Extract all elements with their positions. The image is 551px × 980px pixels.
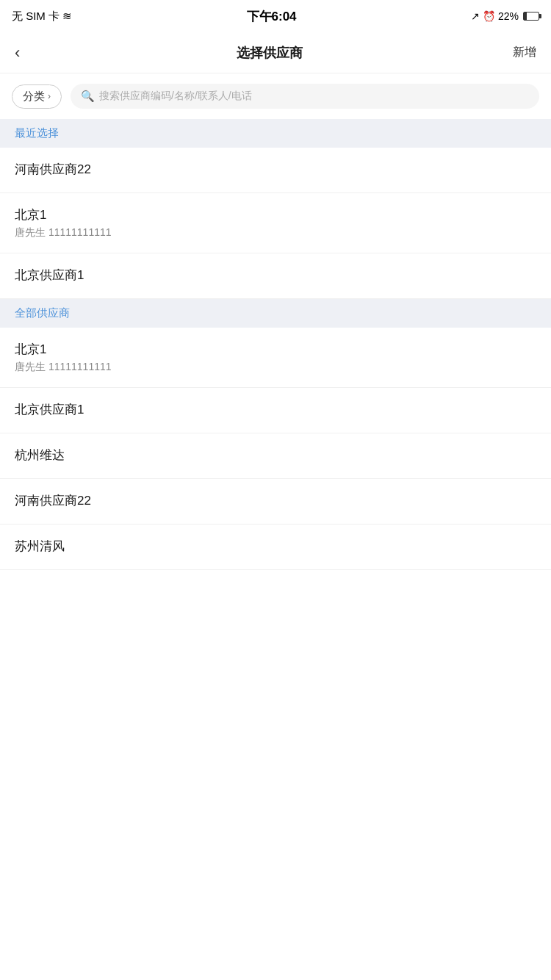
all-list-item[interactable]: 苏州清风 bbox=[0, 525, 551, 570]
battery-icon bbox=[523, 12, 539, 21]
item-name: 河南供应商22 bbox=[15, 161, 536, 178]
item-name: 北京供应商1 bbox=[15, 401, 536, 418]
status-bar: 无 SIM 卡 ≋ 下午6:04 ↗ ⏰ 22% bbox=[0, 0, 551, 32]
status-time: 下午6:04 bbox=[247, 8, 297, 25]
item-name: 杭州维达 bbox=[15, 447, 536, 464]
nav-bar: ‹ 选择供应商 新增 bbox=[0, 32, 551, 73]
all-list-item[interactable]: 北京1唐先生 11111111111 bbox=[0, 328, 551, 388]
recent-list-item[interactable]: 北京供应商1 bbox=[0, 253, 551, 299]
item-name: 河南供应商22 bbox=[15, 492, 536, 509]
chevron-right-icon: › bbox=[48, 91, 51, 101]
filter-bar: 分类 › 🔍 搜索供应商编码/名称/联系人/电话 bbox=[0, 73, 551, 119]
item-name: 北京供应商1 bbox=[15, 267, 536, 284]
all-items-list: 北京1唐先生 11111111111北京供应商1杭州维达河南供应商22苏州清风 bbox=[0, 328, 551, 570]
location-icon: ↗ bbox=[471, 10, 480, 22]
search-icon: 🔍 bbox=[81, 90, 95, 103]
all-list-item[interactable]: 北京供应商1 bbox=[0, 388, 551, 433]
all-list-item[interactable]: 河南供应商22 bbox=[0, 479, 551, 525]
search-box[interactable]: 🔍 搜索供应商编码/名称/联系人/电话 bbox=[71, 84, 539, 109]
category-filter-button[interactable]: 分类 › bbox=[12, 84, 62, 109]
recent-list-item[interactable]: 河南供应商22 bbox=[0, 148, 551, 193]
back-button[interactable]: ‹ bbox=[15, 40, 26, 65]
status-right: ↗ ⏰ 22% bbox=[471, 10, 539, 22]
recent-section-header: 最近选择 bbox=[0, 119, 551, 148]
battery-label: 22% bbox=[498, 10, 519, 22]
add-button[interactable]: 新增 bbox=[513, 45, 536, 60]
search-placeholder: 搜索供应商编码/名称/联系人/电话 bbox=[99, 90, 252, 103]
item-name: 苏州清风 bbox=[15, 538, 536, 555]
item-name: 北京1 bbox=[15, 341, 536, 358]
category-label: 分类 bbox=[23, 90, 45, 104]
item-subtitle: 唐先生 11111111111 bbox=[15, 226, 536, 239]
recent-items-list: 河南供应商22北京1唐先生 11111111111北京供应商1 bbox=[0, 148, 551, 299]
all-section-header: 全部供应商 bbox=[0, 299, 551, 328]
status-left: 无 SIM 卡 ≋ bbox=[12, 10, 72, 24]
no-sim-label: 无 SIM 卡 ≋ bbox=[12, 10, 72, 24]
page-title: 选择供应商 bbox=[237, 44, 303, 62]
recent-list-item[interactable]: 北京1唐先生 11111111111 bbox=[0, 193, 551, 253]
item-subtitle: 唐先生 11111111111 bbox=[15, 361, 536, 374]
alarm-icon: ⏰ bbox=[483, 10, 495, 22]
item-name: 北京1 bbox=[15, 206, 536, 223]
all-list-item[interactable]: 杭州维达 bbox=[0, 433, 551, 479]
